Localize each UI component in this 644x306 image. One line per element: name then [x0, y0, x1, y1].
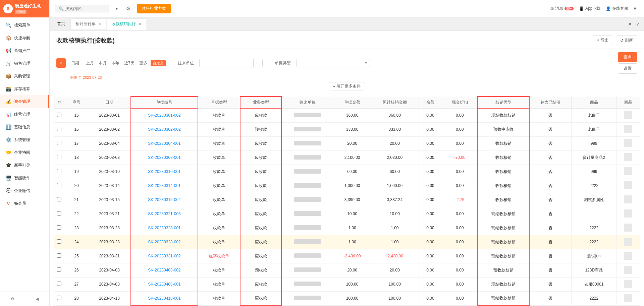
- voucher-link[interactable]: SK-20230315-002: [148, 197, 180, 202]
- filter-date-this-month[interactable]: 本月: [97, 60, 108, 67]
- sidebar-item-system[interactable]: ⚙️ 系统管理: [0, 133, 49, 146]
- filter-expand-button[interactable]: ▾ 展开更多条件: [329, 82, 365, 90]
- voucher-link[interactable]: SK-20230302-002: [148, 127, 180, 132]
- sidebar-label-hardware: 智能硬件: [14, 175, 30, 181]
- row-checkbox[interactable]: [57, 211, 61, 216]
- voucher-link[interactable]: SK-20230408-001: [148, 282, 180, 287]
- row-checkbox[interactable]: [57, 155, 61, 159]
- row-checkbox[interactable]: [57, 225, 61, 230]
- row-checkbox[interactable]: [57, 267, 61, 272]
- row-checkbox[interactable]: [57, 127, 61, 131]
- sidebar-item-guide[interactable]: 🎓 新手引导: [0, 159, 49, 172]
- row-checkbox[interactable]: [57, 239, 61, 244]
- table-cell: 2023-03-21: [88, 207, 131, 221]
- table-cell: [281, 291, 334, 305]
- app-download-label: App下载: [585, 6, 600, 11]
- table-cell: [54, 193, 65, 207]
- sidebar-item-sales[interactable]: 🛒 销售管理: [0, 57, 49, 70]
- th-voucher-no: 单据编号: [131, 97, 198, 108]
- table-cell: 收款核销: [478, 150, 529, 165]
- sidebar-item-member[interactable]: V 畅会员: [0, 197, 49, 210]
- chevron-down-icon: ▾: [116, 6, 118, 11]
- sidebar-item-basic[interactable]: ℹ️ 基础信息: [0, 121, 49, 133]
- filter-row: » 日期 上月 本月 本年 近7天 更多 自定义 往来单位 ··· 单据类型: [56, 52, 637, 74]
- voucher-link[interactable]: SK-20230321-003: [148, 211, 180, 216]
- sidebar-settings-button[interactable]: ⚙: [9, 295, 16, 303]
- filter-setting-button[interactable]: 设置: [618, 63, 637, 74]
- row-checkbox[interactable]: [57, 296, 61, 300]
- voucher-link[interactable]: SK-20230403-002: [148, 268, 180, 272]
- tab-close-button[interactable]: ✕: [627, 20, 633, 28]
- filter-date-last-month[interactable]: 上月: [85, 60, 95, 67]
- table-cell: 否: [529, 179, 571, 193]
- app-download-button[interactable]: 📱 App下载: [579, 6, 600, 11]
- sidebar-item-purchase[interactable]: 📦 采购管理: [0, 70, 49, 82]
- table-cell: 预收中应收: [478, 122, 529, 136]
- filter-partner-input[interactable]: [200, 59, 253, 67]
- filter-voucher-type-input[interactable]: [297, 59, 362, 67]
- voucher-link[interactable]: SK-20230328-001: [148, 226, 180, 230]
- row-checkbox[interactable]: [57, 141, 61, 145]
- table-cell: 2023-03-04: [88, 136, 131, 150]
- tab-collection-close[interactable]: ✕: [139, 22, 141, 26]
- tab-prepay[interactable]: 预计应付单 ✕: [70, 18, 106, 30]
- topbar-search-input[interactable]: [65, 6, 105, 11]
- sidebar-collapse-button[interactable]: ◀: [34, 295, 41, 303]
- filter-date-this-year[interactable]: 本年: [110, 60, 121, 67]
- sidebar-item-marketing[interactable]: 📢 营销推广: [0, 44, 49, 57]
- message-button[interactable]: ✉ 消息 99+: [550, 6, 574, 11]
- sidebar-item-hardware[interactable]: 🖥️ 智能硬件: [0, 172, 49, 184]
- topbar-gear-button[interactable]: ⚙: [124, 4, 132, 13]
- voucher-link[interactable]: SK-20230314-001: [148, 183, 180, 188]
- refresh-button[interactable]: ↺ 刷新: [616, 36, 637, 45]
- filter-bar: » 日期 上月 本月 本年 近7天 更多 自定义 往来单位 ··· 单据类型: [50, 49, 644, 96]
- online-service-button[interactable]: 👤 在线客服: [606, 6, 628, 11]
- row-checkbox[interactable]: [57, 169, 61, 173]
- table-settings-icon: ⚙: [57, 100, 61, 105]
- tab-home[interactable]: 首页: [52, 18, 70, 30]
- filter-partner-dots[interactable]: ···: [253, 59, 262, 67]
- row-checkbox[interactable]: [57, 113, 61, 117]
- row-checkbox[interactable]: [57, 197, 61, 201]
- table-cell: 2023-04-18: [88, 291, 131, 305]
- tab-collection[interactable]: 收款核销执行 ✕: [107, 18, 146, 30]
- solution-button[interactable]: 体验行业方案: [137, 4, 171, 13]
- voucher-link[interactable]: SK-20230310-001: [148, 169, 180, 174]
- tab-expand-button[interactable]: ⤢: [635, 20, 641, 28]
- sidebar-item-inventory[interactable]: 🗃️ 库存核算: [0, 82, 49, 95]
- sidebar-item-search[interactable]: 🔍 搜索菜单: [0, 19, 49, 32]
- sidebar-item-corp[interactable]: 🤝 企业协同: [0, 146, 49, 159]
- row-checkbox[interactable]: [57, 183, 61, 187]
- sidebar-item-quick-nav[interactable]: 🏠 快捷导航: [0, 32, 49, 44]
- voucher-link[interactable]: SK-20230308-001: [148, 155, 180, 160]
- voucher-link[interactable]: SK-20230331-002: [148, 254, 180, 258]
- table-cell: 0.00: [442, 179, 478, 193]
- topbar-dropdown-button[interactable]: ▾: [113, 5, 120, 12]
- table-cell: -2.76: [442, 193, 478, 207]
- sidebar-item-operation[interactable]: 📊 经营管理: [0, 108, 49, 121]
- filter-query-button[interactable]: 查询: [618, 52, 637, 62]
- tab-prepay-close[interactable]: ✕: [98, 22, 101, 26]
- sidebar-item-finance[interactable]: 💰 资金管理: [0, 95, 49, 108]
- row-checkbox[interactable]: [57, 282, 61, 286]
- filter-custom-button[interactable]: 自定义: [151, 60, 166, 66]
- voucher-link[interactable]: SK-20230304-001: [148, 141, 180, 146]
- filter-date-7days[interactable]: 近7天: [123, 60, 136, 67]
- table-row: 222023-03-21SK-20230321-003收款单应收款10.0010…: [54, 207, 640, 221]
- th-include-settled: 包含已结清: [529, 97, 571, 108]
- voucher-link[interactable]: SK-20230418-001: [148, 296, 180, 301]
- row-checkbox[interactable]: [57, 253, 61, 258]
- table-cell: SK-20230328-002: [131, 235, 198, 249]
- user-name[interactable]: Rit: [634, 6, 639, 11]
- table-cell: 0.00: [442, 207, 478, 221]
- sidebar-label-guide: 新手引导: [14, 163, 30, 168]
- sidebar-item-wechat[interactable]: 💬 企业微信: [0, 184, 49, 197]
- voucher-link[interactable]: SK-20230301-002: [148, 113, 180, 118]
- export-button[interactable]: ↗ 导出: [592, 36, 613, 45]
- table-cell: 现结收款核销: [478, 207, 529, 221]
- filter-date-more[interactable]: 更多: [138, 60, 149, 67]
- voucher-link[interactable]: SK-20230328-002: [148, 240, 180, 244]
- filter-toggle-button[interactable]: »: [56, 58, 66, 68]
- table-settings-header[interactable]: ⚙: [54, 97, 65, 108]
- table-cell: -70.00: [442, 150, 478, 165]
